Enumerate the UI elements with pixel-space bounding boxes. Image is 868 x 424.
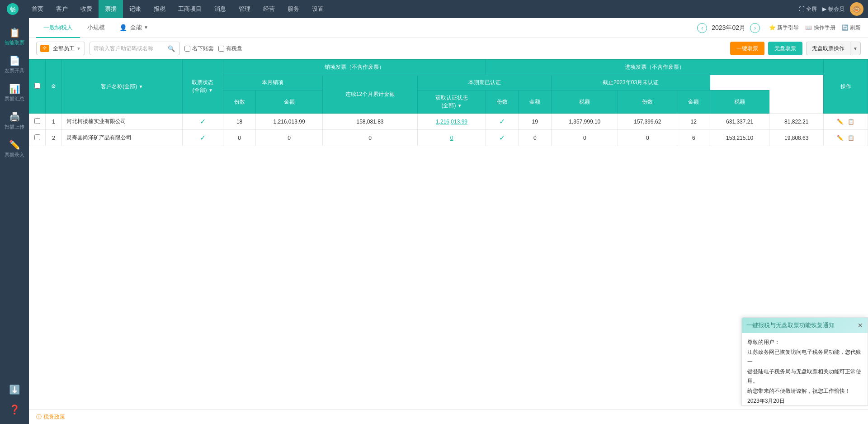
notification-close-btn[interactable]: ✕ [858, 322, 863, 329]
notification-line-0: 尊敬的用户： [747, 338, 862, 348]
sidebar-item-smart-fetch[interactable]: 📋 智能取票 [0, 23, 29, 51]
nav-manage[interactable]: 管理 [232, 0, 257, 18]
row1-sales-tax: 158,081.83 [322, 114, 418, 130]
sidebar-item-invoice-open[interactable]: 📄 发票开具 [0, 51, 29, 79]
row1-sales-amount: 1,216,013.99 [256, 114, 322, 130]
check-circle-icon-4: ✓ [499, 134, 505, 142]
notification-title: 一键报税与无盘取票功能恢复通知 [746, 321, 835, 329]
th-cumulative-12m: 连续12个月累计金额 [322, 75, 418, 114]
search-icon[interactable]: 🔍 [168, 45, 175, 52]
th-cert-amount: 金额 [519, 91, 552, 114]
nav-fee[interactable]: 收费 [74, 0, 99, 18]
select-all-checkbox[interactable] [34, 83, 40, 89]
checkbox-account[interactable]: 名下账套 [184, 45, 214, 52]
tab-small-scale[interactable]: 小规模 [80, 18, 112, 38]
row1-uncert-tax: 81,822.21 [769, 114, 824, 130]
date-navigation: ‹ 2023年02月 › [697, 23, 760, 33]
nav-business[interactable]: 工商项目 [172, 0, 208, 18]
th-cert-tax: 税额 [552, 91, 618, 114]
checkbox-tax-disk-input[interactable] [218, 46, 224, 52]
user-avatar[interactable]: 🐵 [850, 2, 863, 16]
nav-settings[interactable]: 设置 [306, 0, 330, 18]
filter-icon-2[interactable]: ▼ [208, 88, 213, 93]
sidebar-item-download[interactable]: ⬇️ [0, 380, 29, 400]
new-guide-btn[interactable]: ⭐ 新手引导 [769, 24, 799, 32]
video-icon: ▶ [822, 6, 826, 12]
info-icon: ⓘ [36, 413, 42, 421]
th-uncert-tax: 税额 [710, 91, 769, 114]
table-header-row1: ⚙ 客户名称(全部) ▼ 取票状态(全部) ▼ 销项发票（不含作废票） 进项发票… [29, 60, 868, 75]
notification-line-3: 用。 [747, 376, 862, 386]
th-cert-count: 份数 [486, 91, 519, 114]
nav-accounting[interactable]: 记账 [123, 0, 147, 18]
check-circle-icon: ✓ [200, 118, 206, 125]
nav-invoice[interactable]: 票据 [99, 0, 123, 18]
next-month-btn[interactable]: › [750, 23, 760, 33]
search-input[interactable] [94, 45, 166, 52]
row2-status: ✓ [182, 130, 223, 146]
sidebar-item-invoice-summary[interactable]: 📊 票据汇总 [0, 79, 29, 107]
nav-tax[interactable]: 报税 [147, 0, 172, 18]
search-box: 🔍 [90, 42, 180, 55]
row1-uncert-amount: 631,337.21 [710, 114, 769, 130]
notification-scroll[interactable]: 尊敬的用户： 江苏政务网已恢复访问电子税务局功能，您代账一 键登陆电子税务局与无… [742, 333, 868, 405]
employee-select[interactable]: 全 全部员工 ▼ [36, 42, 85, 55]
no-disk-fetch-btn[interactable]: 无盘取票 [768, 42, 802, 55]
row2-checkbox[interactable] [29, 130, 46, 146]
prev-month-btn[interactable]: ‹ [697, 23, 707, 33]
row1-cumulative[interactable]: 1,216,013.99 [418, 114, 486, 130]
tab-all-capability[interactable]: 👤 全能 ▼ [112, 18, 156, 38]
filter-icon[interactable]: ▼ [139, 84, 143, 89]
th-monthly-sales: 本月销项 [223, 75, 322, 91]
th-ticket-status: 取票状态(全部) ▼ [182, 60, 223, 114]
manual-icon: 📖 [805, 24, 812, 31]
nav-message[interactable]: 消息 [208, 0, 232, 18]
nav-home[interactable]: 首页 [25, 0, 50, 18]
nav-operation[interactable]: 经营 [257, 0, 281, 18]
tab-general-taxpayer[interactable]: 一般纳税人 [36, 18, 80, 38]
row2-cumulative[interactable]: 0 [418, 130, 486, 146]
sidebar-item-help[interactable]: ❓ [0, 400, 29, 419]
chevron-down-icon: ▼ [76, 46, 81, 51]
th-sales-amount: 金额 [256, 91, 322, 114]
row2-sales-tax: 0 [322, 130, 418, 146]
no-disk-ops-btn: 无盘取票操作 ▼ [806, 42, 861, 55]
view-icon-2[interactable]: 📋 [848, 135, 854, 141]
notification-line-1: 江苏政务网已恢复访问电子税务局功能，您代账一 [747, 348, 862, 367]
refresh-btn[interactable]: 🔄 刷新 [842, 24, 861, 32]
edit-icon[interactable]: ✏️ [837, 119, 844, 125]
view-icon[interactable]: 📋 [848, 119, 854, 125]
fullscreen-btn[interactable]: ⛶ 全屏 [799, 5, 817, 13]
no-disk-ops-dropdown[interactable]: ▼ [850, 42, 861, 55]
help-icon: ❓ [9, 404, 20, 415]
th-period-certified: 本期期已认证 [418, 75, 552, 91]
row1-cert-status: ✓ [486, 114, 519, 130]
row2-sales-count: 0 [223, 130, 256, 146]
th-sales-count: 份数 [223, 91, 256, 114]
current-date-label: 2023年02月 [712, 24, 745, 32]
no-disk-ops-main[interactable]: 无盘取票操作 [806, 42, 850, 55]
edit-icon-2[interactable]: ✏️ [837, 135, 844, 141]
nav-client[interactable]: 客户 [50, 0, 74, 18]
nav-service[interactable]: 服务 [281, 0, 306, 18]
member-btn[interactable]: ▶ 畅会员 [822, 5, 844, 13]
row1-cert-amount: 1,357,999.10 [552, 114, 618, 130]
checkbox-account-input[interactable] [184, 46, 190, 52]
download-icon: ⬇️ [9, 384, 20, 395]
sidebar-item-scan-upload[interactable]: 🖨️ 扫描上传 [0, 107, 29, 135]
manual-btn[interactable]: 📖 操作手册 [805, 24, 835, 32]
th-operation: 操作 [824, 60, 868, 114]
row1-checkbox[interactable] [29, 114, 46, 130]
row1-status: ✓ [182, 114, 223, 130]
tab-bar: 一般纳税人 小规模 👤 全能 ▼ ‹ 2023年02月 › ⭐ 新手引导 📖 操… [29, 18, 868, 38]
app-logo: 畅 [5, 1, 21, 17]
tax-policy-link[interactable]: ⓘ 税务政策 [36, 413, 65, 421]
filter-icon-3[interactable]: ▼ [458, 103, 462, 108]
sidebar-item-invoice-entry[interactable]: ✏️ 票据录入 [0, 135, 29, 163]
guide-icon: ⭐ [769, 24, 776, 31]
notification-line-5: 2023年3月20日 [747, 396, 862, 405]
checkbox-tax-disk[interactable]: 有税盘 [218, 45, 242, 52]
settings-icon: ⚙ [51, 83, 56, 90]
one-click-fetch-btn[interactable]: 一键取票 [730, 42, 764, 55]
th-company-name: 客户名称(全部) ▼ [62, 60, 183, 114]
